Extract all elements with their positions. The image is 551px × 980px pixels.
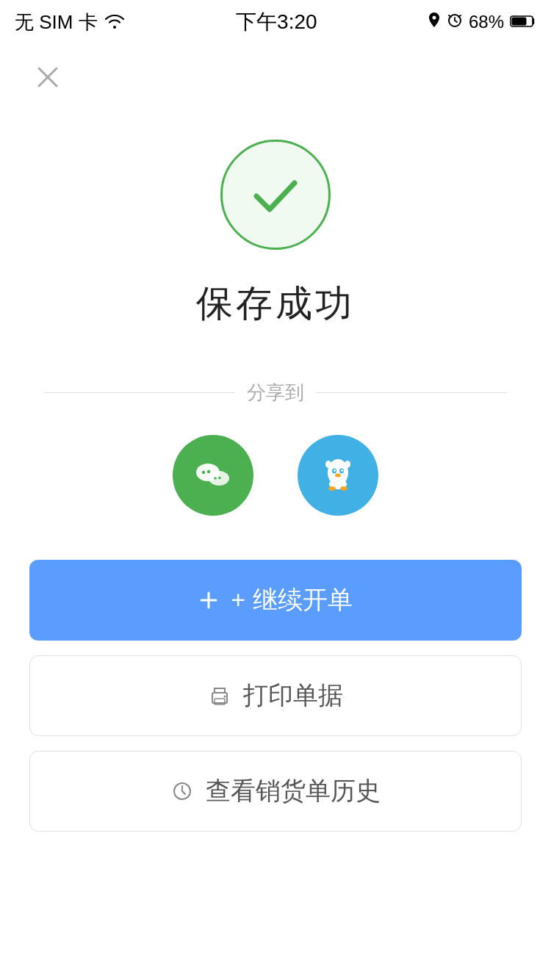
svg-point-21 <box>325 461 331 468</box>
svg-point-9 <box>207 470 210 473</box>
print-button[interactable]: 打印单据 <box>29 655 522 736</box>
status-right: 68% <box>428 12 536 32</box>
divider-line-right <box>316 392 507 393</box>
share-icons <box>173 435 378 516</box>
plus-icon <box>198 590 219 610</box>
svg-point-11 <box>218 477 221 480</box>
battery-text: 68% <box>469 12 504 32</box>
close-button[interactable] <box>29 59 66 96</box>
history-button[interactable]: 查看销货单历史 <box>29 751 522 832</box>
svg-point-16 <box>341 469 343 472</box>
continue-button[interactable]: + 继续开单 <box>29 560 522 641</box>
status-left: 无 SIM 卡 <box>15 10 126 35</box>
svg-point-15 <box>334 469 336 472</box>
success-title: 保存成功 <box>196 279 355 328</box>
continue-label: + 继续开单 <box>231 583 352 617</box>
no-sim-text: 无 SIM 卡 <box>15 10 98 35</box>
wechat-share-button[interactable] <box>173 435 253 516</box>
share-label: 分享到 <box>247 380 304 406</box>
svg-point-20 <box>340 486 347 491</box>
svg-point-17 <box>335 474 341 478</box>
battery-icon <box>510 12 536 32</box>
svg-point-22 <box>345 461 350 468</box>
wifi-icon <box>104 11 126 34</box>
status-time: 下午3:20 <box>236 8 317 36</box>
check-circle <box>220 140 331 250</box>
close-button-wrap <box>0 44 551 96</box>
success-area: 保存成功 <box>0 96 551 358</box>
location-icon <box>428 12 441 32</box>
svg-point-19 <box>328 486 336 491</box>
svg-point-10 <box>214 477 217 480</box>
qq-share-button[interactable] <box>298 435 378 516</box>
svg-point-27 <box>224 696 226 698</box>
svg-point-0 <box>432 16 436 20</box>
share-section: 分享到 <box>0 358 551 530</box>
status-bar: 无 SIM 卡 下午3:20 68% <box>0 0 551 44</box>
history-label: 查看销货单历史 <box>206 774 381 808</box>
print-label: 打印单据 <box>243 679 343 713</box>
svg-rect-3 <box>512 18 527 26</box>
history-icon <box>170 779 194 803</box>
alarm-icon <box>447 12 463 32</box>
action-buttons: + 继续开单 打印单据 查看销货单历史 <box>0 530 551 832</box>
print-icon <box>208 684 231 707</box>
svg-point-8 <box>202 471 205 474</box>
share-divider: 分享到 <box>0 380 551 406</box>
divider-line-left <box>44 392 235 393</box>
